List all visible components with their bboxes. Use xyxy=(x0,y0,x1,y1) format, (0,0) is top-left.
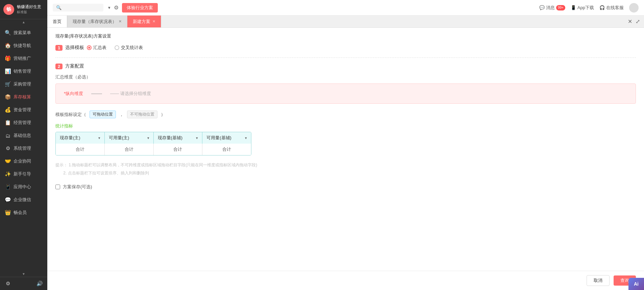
tab-maximize-button[interactable]: ⤢ xyxy=(634,17,641,26)
dropdown-button[interactable]: ▾ xyxy=(107,5,110,10)
template-radio-group: 汇总表 交叉统计表 xyxy=(87,45,143,51)
ai-float-button[interactable]: Ai xyxy=(628,278,644,290)
tips-title: 提示： xyxy=(55,163,68,167)
sidebar-item-member[interactable]: 👑 畅会员 xyxy=(0,206,47,219)
sidebar-item-label: 资金管理 xyxy=(14,107,31,113)
message-label: 消息 xyxy=(546,5,555,11)
stats-label: 统计指标 xyxy=(55,123,636,129)
search-icon: 🔍 xyxy=(5,30,11,36)
app-download-button[interactable]: 📱 App下载 xyxy=(571,5,594,11)
sidebar-item-operations[interactable]: 📋 经营管理 xyxy=(0,116,47,129)
stats-col-2-label: 可用量(主) xyxy=(109,135,129,141)
sidebar-item-marketing[interactable]: 🎁 营销推广 xyxy=(0,52,47,65)
sidebar-item-enterprise[interactable]: 🤝 企业协同 xyxy=(0,155,47,168)
save-label: 方案保存(可选) xyxy=(63,184,92,190)
tab-new-plan-label: 新建方案 xyxy=(133,19,150,25)
radio-cross[interactable]: 交叉统计表 xyxy=(115,45,143,51)
sidebar-item-label: 快捷导航 xyxy=(14,43,31,49)
step2-header: 2 方案配置 xyxy=(55,63,636,69)
col-4-dropdown-icon[interactable]: ▾ xyxy=(245,136,247,140)
stats-cell-1-1: 合计 xyxy=(56,144,105,155)
sidebar-item-inventory[interactable]: 📦 库存核算 xyxy=(0,91,47,103)
stats-cell-1-2: 合计 xyxy=(105,144,154,155)
main-area: 🔍 ▾ ⚙ 体验行业方案 💬 消息 99+ 📱 App下载 🎧 在线客服 xyxy=(47,0,644,290)
save-section: 方案保存(可选) xyxy=(55,184,636,190)
sidebar-scroll-down[interactable]: ▼ xyxy=(0,271,47,277)
summary-dimension-label: 汇总维度（必选） xyxy=(55,74,636,80)
sidebar-item-finance[interactable]: 💰 资金管理 xyxy=(0,103,47,116)
sidebar-item-system[interactable]: ⚙ 系统管理 xyxy=(0,142,47,155)
folder-icon: 🗂 xyxy=(5,132,11,139)
download-icon: 📱 xyxy=(571,5,576,10)
trial-industry-button[interactable]: 体验行业方案 xyxy=(122,3,158,13)
search-box[interactable]: 🔍 xyxy=(53,4,103,11)
dimension-area[interactable]: *纵向维度 —— —— 请选择分组维度 xyxy=(55,83,636,104)
step1-num: 1 xyxy=(55,45,63,51)
topbar-right: 💬 消息 99+ 📱 App下载 🎧 在线客服 xyxy=(539,3,639,13)
sidebar-item-label: 基础信息 xyxy=(14,132,31,139)
col-3-dropdown-icon[interactable]: ▾ xyxy=(196,136,198,140)
sidebar-item-search[interactable]: 🔍 搜索菜单 xyxy=(0,26,47,39)
sidebar-item-label: 营销推广 xyxy=(14,55,31,62)
radio-summary-circle xyxy=(87,45,92,50)
tips-spacer xyxy=(55,171,62,175)
col-2-dropdown-icon[interactable]: ▾ xyxy=(147,136,149,140)
customer-service-label: 在线客服 xyxy=(606,5,624,11)
stats-col-1-header[interactable]: 现存量(主) ▾ xyxy=(56,132,105,144)
app-version: 标准版 xyxy=(17,10,41,15)
tab-home[interactable]: 首页 xyxy=(47,16,67,27)
stats-col-2-header[interactable]: 可用量(主) ▾ xyxy=(105,132,154,144)
stats-col-3-header[interactable]: 现存量(基辅) ▾ xyxy=(154,132,203,144)
tab-inventory-status[interactable]: 现存量（库存状况表） ✕ xyxy=(67,16,127,27)
stats-col-4-header[interactable]: 可用量(基辅) ▾ xyxy=(202,132,251,144)
tab-new-plan[interactable]: 新建方案 ✕ xyxy=(127,16,161,27)
stats-table-header: 现存量(主) ▾ 可用量(主) ▾ 现存量(基辅) ▾ 可用量(基辅) xyxy=(56,132,251,144)
indicator-movable-badge: 可拖动位置 xyxy=(90,111,116,118)
search-input[interactable] xyxy=(64,5,100,10)
step1-header: 1 选择模板 汇总表 交叉统计表 xyxy=(55,45,636,51)
sidebar-item-appcenter[interactable]: 📱 应用中心 xyxy=(0,180,47,193)
step1-label: 选择模板 xyxy=(65,45,84,51)
radio-summary[interactable]: 汇总表 xyxy=(87,45,106,51)
box-icon: 📦 xyxy=(5,94,11,100)
user-avatar[interactable] xyxy=(629,3,639,13)
indicator-fixed-badge: 不可拖动位置 xyxy=(127,111,157,118)
sidebar-scroll-up[interactable]: ▲ xyxy=(0,19,47,25)
content-area: 现存量(库存状况表)方案设置 1 选择模板 汇总表 交叉统计表 xyxy=(47,28,644,271)
tips-item-1: 1.拖动标题栏可以调整布局，不可跨维度或指标区域拖动栏目字段(只能在同一维度或指… xyxy=(69,163,257,167)
sidebar-item-label: 应用中心 xyxy=(14,184,31,190)
sidebar-item-sales[interactable]: 📊 销售管理 xyxy=(0,65,47,78)
stats-cell-1-3: 合计 xyxy=(154,144,203,155)
handshake-icon: 🤝 xyxy=(5,158,11,164)
sidebar-item-label: 库存核算 xyxy=(14,94,31,100)
save-checkbox[interactable] xyxy=(55,185,60,189)
radio-summary-label: 汇总表 xyxy=(93,45,106,51)
clipboard-icon: 📋 xyxy=(5,120,11,126)
indicator-close-label: ） xyxy=(161,112,165,118)
tab-new-plan-close[interactable]: ✕ xyxy=(152,19,155,24)
sidebar-item-label: 搜索菜单 xyxy=(14,30,31,36)
sidebar-item-basic[interactable]: 🗂 基础信息 xyxy=(0,129,47,142)
chat-icon: 💬 xyxy=(5,197,11,203)
settings-icon[interactable]: ⚙ xyxy=(5,281,11,287)
col-1-dropdown-icon[interactable]: ▾ xyxy=(98,136,100,140)
message-button[interactable]: 💬 消息 99+ xyxy=(539,5,565,11)
tab-inventory-status-close[interactable]: ✕ xyxy=(119,19,122,24)
mobile-icon: 📱 xyxy=(5,184,11,190)
sidebar-item-label: 企业协同 xyxy=(14,158,31,164)
gear-settings-icon[interactable]: ⚙ xyxy=(114,4,119,11)
cancel-button[interactable]: 取消 xyxy=(587,275,610,286)
sidebar-item-newguide[interactable]: ✨ 新手引导 xyxy=(0,168,47,180)
volume-icon[interactable]: 🔊 xyxy=(36,281,43,287)
tab-home-label: 首页 xyxy=(53,19,61,25)
stats-col-4-label: 可用量(基辅) xyxy=(206,135,231,141)
step2-num: 2 xyxy=(55,64,63,69)
sidebar-item-shortcut[interactable]: 🏠 快捷导航 xyxy=(0,39,47,52)
sidebar-item-purchase[interactable]: 🛒 采购管理 xyxy=(0,78,47,91)
customer-service-button[interactable]: 🎧 在线客服 xyxy=(599,5,624,11)
stats-table: 现存量(主) ▾ 可用量(主) ▾ 现存量(基辅) ▾ 可用量(基辅) xyxy=(55,132,251,155)
sidebar-item-wechat[interactable]: 💬 企业微信 xyxy=(0,193,47,206)
topbar: 🔍 ▾ ⚙ 体验行业方案 💬 消息 99+ 📱 App下载 🎧 在线客服 xyxy=(47,0,644,16)
tab-close-button[interactable]: ✕ xyxy=(626,17,634,26)
star-icon: ✨ xyxy=(5,171,11,177)
